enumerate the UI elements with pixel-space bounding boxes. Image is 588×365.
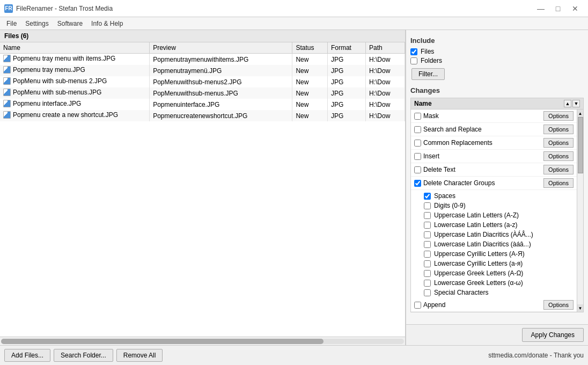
sort-down-button[interactable]: ▼ [572,100,580,107]
change-checkbox[interactable] [414,153,421,160]
changes-title: Changes [410,86,584,94]
include-section: Include Files Folders Filter... [410,36,584,80]
sub-option-row: Uppercase Latin Diacritics (ÀÁÂ...) [424,230,577,239]
folders-label[interactable]: Folders [421,57,442,64]
sort-up-button[interactable]: ▲ [564,100,571,107]
cell-preview: Popmenucreatenewshortcut.JPG [150,110,292,121]
table-row[interactable]: Popmenu create a new shortcut.JPG Popmen… [0,110,405,121]
table-row[interactable]: Popmenu tray menu with items.JPG Popmenu… [0,54,405,65]
close-button[interactable]: ✕ [567,1,584,16]
col-name: Name [0,42,150,54]
sub-option-row: Lowercase Latin Letters (a-z) [424,220,577,230]
cell-format: JPG [327,110,365,121]
change-label[interactable]: Mask [423,112,541,120]
change-label[interactable]: Delete Character Groups [423,179,541,187]
cell-path: H:\Dow [366,99,405,110]
change-label[interactable]: Common Replacements [423,139,541,147]
sub-option-row: Spaces [424,191,577,201]
menu-bar: File Settings Software Info & Help [0,17,588,30]
sub-option-label[interactable]: Uppercase Latin Diacritics (ÀÁÂ...) [434,231,533,238]
search-folder-button[interactable]: Search Folder... [54,349,113,362]
change-checkbox[interactable] [414,126,421,133]
add-files-button[interactable]: Add Files... [4,349,50,362]
scroll-down-button[interactable]: ▼ [577,304,583,312]
sub-option-label[interactable]: Uppercase Latin Letters (A-Z) [434,211,519,219]
maximize-button[interactable]: □ [549,1,567,16]
sub-option-label[interactable]: Uppercase Cyrillic Letters (А-Я) [434,250,525,258]
sub-option-label[interactable]: Lowercase Latin Diacritics (àáâ...) [434,240,531,248]
menu-info-help[interactable]: Info & Help [87,19,127,28]
sub-option-label[interactable]: Lowercase Latin Letters (a-z) [434,221,517,229]
options-button[interactable]: Options [543,125,574,134]
change-checkbox[interactable] [414,166,421,173]
cell-path: H:\Dow [366,110,405,121]
options-button[interactable]: Options [543,138,574,148]
change-row-append: Append Options [411,298,577,312]
sub-option-label[interactable]: Spaces [434,192,455,200]
minimize-button[interactable]: — [532,1,549,16]
sub-option-row: Uppercase Cyrillic Letters (А-Я) [424,249,577,259]
cell-name: PopMenu with sub-menus.JPG [0,87,150,99]
remove-all-button[interactable]: Remove All [116,349,163,362]
right-panel-inner[interactable]: Include Files Folders Filter... Changes … [406,30,588,324]
append-checkbox[interactable] [414,302,421,309]
cell-path: H:\Dow [366,54,405,65]
change-label[interactable]: Search and Replace [423,126,541,133]
files-label[interactable]: Files [421,48,434,55]
table-row[interactable]: PopMenu with sub-menus.JPG PopMenuwithsu… [0,87,405,99]
sub-option-checkbox[interactable] [424,289,431,296]
apply-changes-button[interactable]: Apply Changes [522,328,584,342]
cell-status: New [292,65,328,76]
sub-option-checkbox[interactable] [424,270,431,277]
filter-button[interactable]: Filter... [411,68,445,80]
sub-option-checkbox[interactable] [424,193,431,200]
options-button[interactable]: Options [543,151,574,161]
sub-option-label[interactable]: Uppercase Greek Letters (Α-Ω) [434,269,523,277]
sub-option-checkbox[interactable] [424,202,431,209]
sub-option-checkbox[interactable] [424,280,431,287]
sub-option-label[interactable]: Lowercase Greek Letters (α-ω) [434,279,523,287]
sub-option-label[interactable]: Digits (0-9) [434,202,466,209]
sub-option-label[interactable]: Lowercase Cyrillic Letters (а-я) [434,260,523,267]
options-button[interactable]: Options [543,178,574,188]
options-button[interactable]: Options [543,165,574,174]
file-icon [3,77,11,85]
change-label[interactable]: Insert [423,152,541,160]
change-label[interactable]: Delete Text [423,166,541,173]
cell-status: New [292,87,328,99]
change-checkbox[interactable] [414,113,421,120]
menu-file[interactable]: File [2,19,21,28]
sub-option-row: Lowercase Greek Letters (α-ω) [424,278,577,288]
changes-scrollbar[interactable]: ▲ ▼ [577,110,583,312]
cell-status: New [292,110,328,121]
sub-option-checkbox[interactable] [424,241,431,248]
scroll-up-button[interactable]: ▲ [577,110,583,117]
options-button[interactable]: Options [543,111,574,121]
append-label[interactable]: Append [423,301,541,309]
file-table[interactable]: Name Preview Status Format Path Popmenu … [0,42,405,337]
append-options-button[interactable]: Options [543,300,574,310]
menu-settings[interactable]: Settings [21,19,53,28]
sub-option-checkbox[interactable] [424,251,431,258]
sub-option-checkbox[interactable] [424,260,431,267]
cell-name: Popmenu tray menu with items.JPG [0,54,150,65]
sub-option-label[interactable]: Special Characters [434,289,488,296]
menu-software[interactable]: Software [53,19,87,28]
sub-option-checkbox[interactable] [424,222,431,229]
table-row[interactable]: PopMenu with sub-menus 2.JPG PopMenuwith… [0,76,405,87]
sub-option-checkbox[interactable] [424,212,431,219]
app-icon: FR [4,4,13,13]
changes-header: Name ▲ ▼ [411,98,583,110]
horizontal-scrollbar[interactable] [0,337,405,345]
cell-format: JPG [327,87,365,99]
change-checkbox[interactable] [414,140,421,147]
table-row[interactable]: Popmenu interface.JPG Popmenuinterface.J… [0,99,405,110]
file-icon [3,111,11,119]
sub-option-checkbox[interactable] [424,231,431,238]
sub-option-row: Digits (0-9) [424,201,577,210]
change-row: Delete Character Groups Options [411,177,577,190]
folders-checkbox[interactable] [410,57,417,64]
change-checkbox[interactable] [414,180,421,187]
table-row[interactable]: Popmenu tray menu.JPG Popmenutraymenü.JP… [0,65,405,76]
files-checkbox[interactable] [410,48,417,55]
